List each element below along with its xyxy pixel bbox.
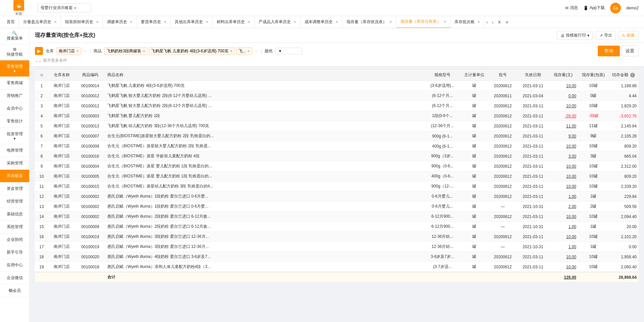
account-dropdown[interactable]: 母婴行业演示账套 ▾: [38, 3, 91, 12]
close-icon[interactable]: ✕: [130, 20, 132, 24]
refresh-button[interactable]: ↻ 刷新: [619, 31, 639, 40]
sidebar-item-wechat[interactable]: 企业微信: [0, 272, 29, 284]
sidebar-item-app-center[interactable]: 应用中心: [0, 259, 29, 272]
cell-index: 7: [35, 141, 48, 151]
cell-stock-main[interactable]: 3.00: [548, 151, 578, 161]
tab-disassemble[interactable]: 组装拆卸单历史 ✕: [61, 16, 103, 28]
table-row: 15 南岸门店 00100009 惠氏启赋（Wyeth illuma）2段奶粉 …: [35, 222, 639, 232]
cell-stock-main[interactable]: 10.00: [548, 81, 578, 91]
export-button[interactable]: ↗ 导出: [596, 31, 616, 40]
cell-stock-main[interactable]: 10.00: [548, 101, 578, 111]
cell-stock-main[interactable]: 1.00: [548, 192, 578, 202]
cell-stock-main[interactable]: 10.00: [548, 212, 578, 222]
cell-batch: 20200612: [488, 151, 518, 161]
settings-button[interactable]: 设置: [621, 46, 639, 56]
cell-stock-main[interactable]: 1.00: [548, 222, 578, 232]
sidebar-item-operations[interactable]: 经营管理: [0, 195, 29, 208]
tab-close-all-icon[interactable]: ✕: [495, 19, 503, 25]
cell-stock-main[interactable]: 2.00: [548, 202, 578, 212]
tab-stock-status[interactable]: 现存量（库存状况表） ✕: [342, 16, 396, 28]
cell-stock-main[interactable]: 10.00: [548, 262, 578, 272]
cell-stock-main[interactable]: 10.00: [548, 171, 578, 181]
tab-product-in[interactable]: 产成品入库单历史 ✕: [255, 16, 301, 28]
cell-index: 17: [35, 242, 48, 252]
cell-batch: 20200612: [488, 232, 518, 242]
close-icon[interactable]: ✕: [96, 20, 99, 24]
more-conditions-button[interactable]: ⌄⌄ 展开更多条件: [35, 58, 639, 63]
tab-stock-dist[interactable]: 现存量（库存分布表） ✕: [396, 16, 450, 28]
cell-stock-main[interactable]: 10.00: [548, 161, 578, 171]
info-icon[interactable]: i: [630, 73, 635, 77]
sidebar-item-member[interactable]: 会员中心: [0, 102, 29, 115]
cell-stock-pkg: 10罐: [578, 262, 608, 272]
tab-prev-icon[interactable]: ‹: [484, 19, 490, 25]
sidebar-item-stock[interactable]: 库存核算: [0, 170, 29, 182]
close-icon[interactable]: ✕: [164, 20, 166, 24]
cell-expire: 2021-03-11: [518, 181, 548, 192]
user-name[interactable]: demo2: [626, 6, 639, 10]
tab-batch-ledger[interactable]: 库存批次账 ✕: [450, 16, 484, 28]
cell-stock-main[interactable]: 10.00: [548, 181, 578, 192]
message-button[interactable]: ✉ 消息: [565, 5, 578, 11]
tab-require[interactable]: 要货单历史 ✕: [137, 16, 171, 28]
print-button[interactable]: 🖨 按模板打印 ▾: [557, 31, 593, 40]
tab-next-icon[interactable]: ›: [490, 19, 496, 25]
close-icon[interactable]: ✕: [230, 49, 232, 53]
sidebar-item-finance[interactable]: 资金管理: [0, 182, 29, 195]
close-icon[interactable]: ✕: [443, 20, 446, 23]
sidebar-item-wholesale[interactable]: 批发管理 ▼: [0, 128, 29, 144]
sidebar-item-retail-stats[interactable]: 零售统计: [0, 115, 29, 128]
cell-stock-main[interactable]: 1.00: [548, 242, 578, 252]
close-icon[interactable]: ✕: [54, 20, 57, 24]
close-icon[interactable]: ✕: [248, 20, 250, 24]
sidebar-item-ecommerce[interactable]: 电商管理: [0, 144, 29, 157]
tab-mix[interactable]: 调拨单历史 ✕: [103, 16, 137, 28]
sidebar-item-enterprise[interactable]: 企业协同: [0, 233, 29, 246]
cell-stock-pkg: 10罐: [578, 101, 608, 111]
tab-cost-adj[interactable]: 成本调整单历史 ✕: [301, 16, 342, 28]
logo: 🐣 标题: [5, 0, 32, 16]
sidebar-item-system[interactable]: 系统管理: [0, 221, 29, 233]
close-icon[interactable]: ✕: [206, 20, 208, 24]
cell-stock-main[interactable]: 0.00: [548, 91, 578, 101]
cell-spec: 6-12月900...: [424, 222, 461, 232]
tab-other-out[interactable]: 其他出库单历史 ✕: [171, 16, 213, 28]
cell-balance: 4.44: [608, 91, 639, 101]
tab-material-out[interactable]: 材料出库单历史 ✕: [213, 16, 255, 28]
cell-expire: 2021-03-11: [518, 151, 548, 161]
sidebar-item-retail-mgmt[interactable]: 零售管理 ▼: [0, 60, 29, 77]
cell-stock-main[interactable]: 10.00: [548, 141, 578, 151]
close-icon[interactable]: ✕: [293, 20, 296, 24]
cell-stock-main[interactable]: 10.00: [548, 252, 578, 262]
close-icon[interactable]: ✕: [389, 20, 392, 24]
cell-warehouse: 南岸门店: [48, 111, 75, 121]
sidebar-item-base-info[interactable]: 基础信息: [0, 208, 29, 221]
color-dropdown[interactable]: ▾: [275, 48, 302, 54]
sidebar-search[interactable]: 🔍 搜索菜单: [0, 28, 29, 44]
sidebar-item-guide[interactable]: 新手引导: [0, 246, 29, 259]
query-button[interactable]: 查询: [598, 46, 620, 56]
sidebar-item-retail-mall[interactable]: 零售商城: [0, 77, 29, 90]
close-icon[interactable]: ✕: [143, 49, 145, 53]
filter-expand-button[interactable]: ▶: [35, 47, 43, 55]
tab-menu-icon[interactable]: ≡: [503, 19, 510, 25]
gear-icon[interactable]: ⚙: [40, 73, 44, 77]
cell-stock-main[interactable]: 9.00: [548, 131, 578, 141]
close-icon[interactable]: ✕: [477, 20, 480, 24]
cell-stock-main[interactable]: 11.00: [548, 121, 578, 131]
app-download-button[interactable]: 📱 App下载: [583, 5, 605, 11]
cell-stock-main[interactable]: -39.00: [548, 111, 578, 121]
close-icon[interactable]: ✕: [335, 20, 338, 24]
tab-home[interactable]: 首页: [3, 16, 19, 28]
sidebar-item-member2[interactable]: 畅会员: [0, 284, 29, 297]
sidebar-item-marketing[interactable]: 营销推广: [0, 90, 29, 102]
tab-split[interactable]: 分量盘点单历史 ✕: [19, 16, 61, 28]
close-icon[interactable]: ✕: [76, 49, 79, 53]
cell-stock-pkg: 11罐: [578, 121, 608, 131]
close-icon[interactable]: ✕: [247, 49, 250, 53]
cell-unit: 罐: [461, 101, 488, 111]
cell-expire: 2021-03-11: [518, 121, 548, 131]
cell-stock-main[interactable]: 10.00: [548, 232, 578, 242]
sidebar-shortcut[interactable]: ⊞ 快捷导航: [0, 44, 29, 60]
sidebar-item-purchase[interactable]: 采购管理: [0, 157, 29, 170]
